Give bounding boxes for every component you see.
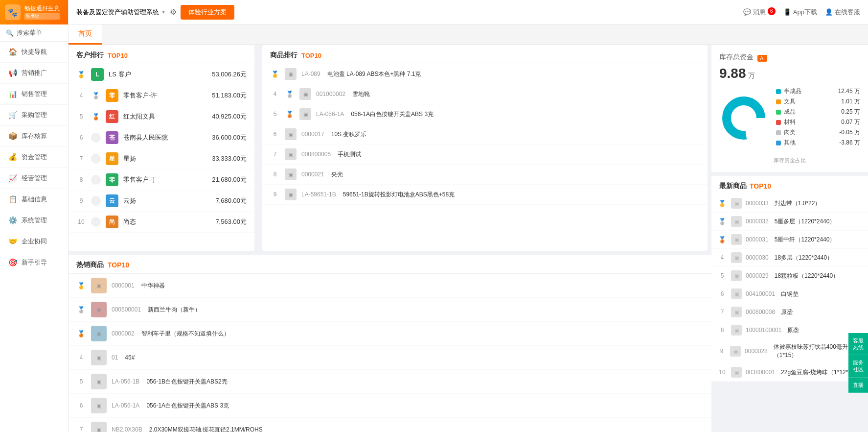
new-product-item: 🥉 ▣ 0000031 5厘中纤（1220*2440） (711, 231, 868, 249)
new-product-item: 🥈 ▣ 0000032 5厘多层（1220*2440） (711, 213, 868, 231)
sidebar-item-purchase[interactable]: 🛒 采购管理 (0, 105, 68, 126)
legend-name: 肉类 (784, 128, 836, 137)
product-rank-item: 6 ▣ 0000017 10S 变积罗乐 (262, 124, 708, 144)
customer-name: LS 客户 (109, 70, 207, 79)
sidebar-search[interactable]: 🔍 搜索菜单 (0, 24, 68, 42)
sidebar-item-quick-nav[interactable]: 🏠 快捷导航 (0, 42, 68, 63)
inventory-unit: 万 (748, 72, 755, 80)
gear-icon[interactable]: ⚙ (170, 7, 177, 17)
sidebar-item-label: 采购管理 (22, 111, 47, 120)
avatar: 苍 (106, 131, 118, 144)
new-product-item: 6 ▣ 004100001 白钢垫 (711, 285, 868, 303)
live-button[interactable]: 直播 (848, 378, 868, 393)
customer-rank-item: 5 🥉 红 红太阳文具 40,925.00元 (69, 106, 254, 127)
product-code: 001000002 (316, 91, 345, 97)
hot-product-image: ▣ (91, 398, 107, 413)
online-service-button[interactable]: 👤 在线客服 (825, 8, 860, 17)
customer-service-button[interactable]: 客服 热线 (848, 333, 868, 356)
app-download-button[interactable]: 📱 App下载 (783, 8, 817, 17)
upper-panels: 客户排行 TOP10 🥇 L LS 客户 53,006.26元 4 🥈 (69, 45, 711, 251)
legend-name: 文具 (784, 97, 838, 106)
sidebar-item-marketing[interactable]: 📢 营销推广 (0, 63, 68, 84)
hot-product-item: 6 ▣ LA-056-1A 056-1A白色按键开关盖ABS 3克 (69, 394, 711, 418)
product-ranking-panel: 商品排行 TOP10 🥇 ▣ LA-089 电池盖 LA-089 ABS本色+黑… (262, 45, 708, 251)
hot-product-image: ▣ (91, 422, 107, 432)
message-icon: 💬 (743, 8, 751, 16)
customer-name: 零售客户-许 (123, 91, 207, 100)
product-name: 5厘中纤（1220*2440） (775, 236, 836, 244)
product-code: 0000030 (746, 254, 769, 261)
sidebar-item-label: 库存核算 (22, 132, 47, 141)
product-code: LA-089 (301, 71, 320, 77)
inventory-chart-area: 半成品 12.45 万 文具 1.01 万 成品 0.25 万 (719, 81, 860, 155)
product-code: 0000029 (746, 272, 769, 279)
sidebar-item-system[interactable]: ⚙️ 系统管理 (0, 210, 68, 231)
legend-item: 其他 -3.86 万 (776, 139, 860, 147)
product-name: 夹壳 (331, 170, 343, 179)
service-community-button[interactable]: 服务 社区 (848, 355, 868, 378)
basic-info-icon: 📋 (8, 195, 18, 204)
tab-home[interactable]: 首页 (69, 24, 102, 45)
medal-silver-icon: 🥈 (91, 91, 101, 100)
legend-name: 材料 (784, 118, 838, 126)
product-name: 2.0X30MM双搓花轴.搓花直径2.1MM/ROHS (149, 426, 263, 432)
hot-product-item: 🥈 ▣ 000500001 新西兰牛肉（新牛） (69, 298, 711, 322)
sidebar-item-basic-info[interactable]: 📋 基础信息 (0, 189, 68, 210)
legend-dot (776, 99, 781, 104)
quick-nav-icon: 🏠 (8, 48, 18, 56)
system-title-dropdown[interactable]: 装备及固定资产辅助管理系统 ▼ (76, 8, 166, 17)
customer-amount: 7,563.00元 (215, 217, 247, 226)
legend-item: 半成品 12.45 万 (776, 87, 860, 96)
medal-silver-icon: 🥈 (285, 89, 295, 99)
tab-bar: 首页 (69, 24, 868, 45)
inventory-chart-label: 库存资金占比 (719, 157, 860, 164)
legend-value: 0.07 万 (841, 118, 860, 126)
sidebar-item-operations[interactable]: 📈 经营管理 (0, 168, 68, 189)
new-product-image: ▣ (731, 252, 742, 263)
product-name: 白钢垫 (781, 290, 799, 298)
message-button[interactable]: 💬 消息 6 (743, 8, 776, 17)
medal-bronze-icon: 🥉 (717, 235, 727, 244)
sidebar-item-guide[interactable]: 🎯 新手引导 (0, 252, 68, 273)
operations-icon: 📈 (8, 174, 18, 183)
legend-dot (776, 141, 781, 145)
product-code: 0000017 (301, 131, 324, 138)
product-code: 0000031 (746, 236, 769, 243)
product-code: 0000028 (745, 348, 768, 355)
sidebar-item-enterprise[interactable]: 🤝 企业协同 (0, 231, 68, 252)
customer-rank-item: 6 苍 苍南县人民医院 36,600.00元 (69, 127, 254, 148)
product-name: 10S 变积罗乐 (331, 130, 367, 139)
sidebar-item-label: 基础信息 (22, 195, 47, 204)
sidebar-item-label: 销售管理 (22, 90, 47, 98)
new-product-item: 9 ▣ 0000028 体被嘉枝味苏打饮品400毫升（1*15） (711, 339, 868, 363)
customer-ranking-list: 🥇 L LS 客户 53,006.26元 4 🥈 零 零售客户-许 51,183… (69, 64, 254, 251)
main-content: 装备及固定资产辅助管理系统 ▼ ⚙ 体验行业方案 💬 消息 6 📱 App下载 … (69, 0, 868, 432)
legend-value: -0.05 万 (839, 128, 860, 137)
header-right: 💬 消息 6 📱 App下载 👤 在线客服 (743, 8, 860, 17)
product-code: 004100001 (746, 290, 775, 297)
customer-amount: 53,006.26元 (212, 70, 247, 79)
product-code: 003800001 (746, 369, 775, 376)
new-product-image: ▣ (731, 234, 742, 245)
hot-product-image: ▣ (91, 302, 107, 317)
message-badge: 6 (768, 7, 776, 15)
product-rank-item: 8 ▣ 0000021 夹壳 (262, 165, 708, 185)
avatar: L (91, 68, 104, 81)
customer-amount: 33,333.00元 (212, 154, 247, 163)
sidebar-item-inventory[interactable]: 📦 库存核算 (0, 126, 68, 147)
sidebar-item-label: 快捷导航 (22, 48, 47, 56)
sidebar-logo: 🐾 畅捷通好生意 标准版 (0, 0, 68, 24)
new-product-image: ▣ (731, 216, 742, 227)
sidebar-item-label: 新手引导 (22, 258, 47, 267)
sidebar-item-sales[interactable]: 📊 销售管理 (0, 84, 68, 105)
experience-plan-button[interactable]: 体验行业方案 (181, 5, 234, 20)
sidebar-item-finance[interactable]: 💰 资金管理 (0, 147, 68, 168)
new-product-image: ▣ (730, 346, 741, 357)
product-name: 手机测试 (338, 150, 361, 159)
customer-name: 尚态 (123, 217, 210, 226)
product-top-label: TOP10 (301, 52, 321, 59)
product-name: 5厘多层（1220*2440） (775, 217, 836, 226)
legend-dot (776, 120, 781, 125)
product-image: ▣ (285, 189, 297, 200)
customer-rank-item: 7 星 星扬 33,333.00元 (69, 148, 254, 169)
